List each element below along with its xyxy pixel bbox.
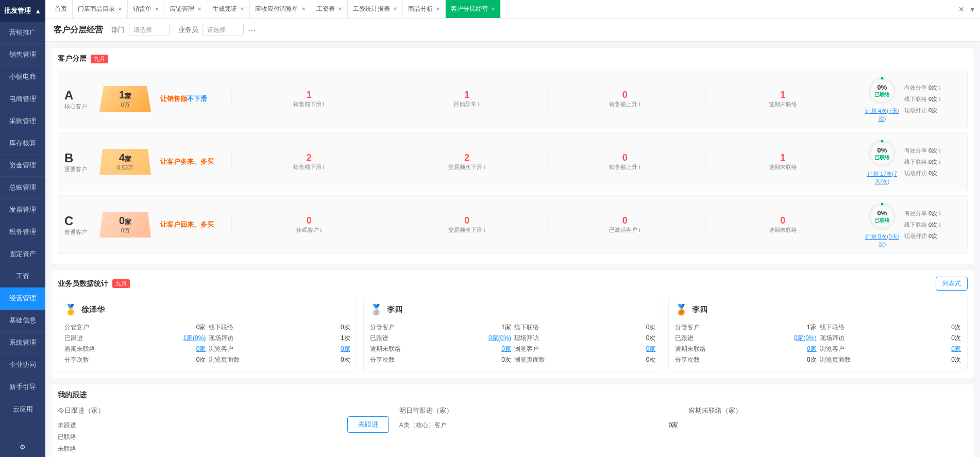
tab-ar-ap[interactable]: 应收应付调整单 ✕ — [250, 0, 311, 18]
info-icon[interactable]: ℹ — [483, 164, 485, 171]
info-icon[interactable]: ℹ — [939, 84, 941, 91]
today-row-2: 已联络 — [58, 431, 337, 443]
tier-c-stat-3: 0 已激活客户 ℹ — [547, 215, 702, 234]
sidebar-item-assets[interactable]: 固定资产 — [0, 243, 45, 265]
tier-c-extra: 有效分享 0次 ℹ 线下联络 0次 ℹ 现场拜访 0次 — [904, 208, 961, 242]
staff-2-stats: 分管客户 1家 已跟进 0家(0%) 逾期未联络 0家 — [370, 322, 656, 365]
sidebar-item-purchase[interactable]: 采购管理 — [0, 110, 45, 132]
staff-2-browse-link[interactable]: 0家 — [646, 345, 656, 352]
sidebar-item-sales[interactable]: 销售管理 — [0, 44, 45, 66]
more-options-icon[interactable]: ··· — [248, 25, 256, 36]
sidebar-header[interactable]: 批发管理 ▲ — [0, 0, 45, 22]
sidebar-item-ecom-small[interactable]: 小畅电商 — [0, 66, 45, 88]
tab-customer-tier[interactable]: 客户分层经营 ✕ — [446, 0, 501, 18]
info-icon[interactable]: ℹ — [939, 210, 941, 216]
staff-1-browse-link[interactable]: 0家 — [341, 345, 350, 352]
tab-close-icon[interactable]: ✕ — [301, 6, 306, 12]
tab-close-icon[interactable]: ✕ — [155, 6, 159, 12]
staff-2-stat-browse-cust: 浏览客户 0家 — [514, 344, 655, 354]
tab-close-icon[interactable]: ✕ — [393, 6, 397, 12]
staff-2-stat-browse-pages: 浏览页面数 0次 — [514, 354, 655, 365]
staff-2-stat-visit: 现场拜访 0次 — [514, 333, 655, 344]
tab-close-icon[interactable]: ✕ — [240, 6, 244, 12]
sidebar-item-salary[interactable]: 工资 — [0, 265, 45, 287]
info-icon[interactable]: ℹ — [323, 164, 325, 171]
staff-2-overdue-link[interactable]: 0家 — [501, 345, 511, 352]
staff-3-browse-link[interactable]: 0家 — [951, 345, 961, 352]
tab-close-active-icon[interactable]: ✕ — [491, 6, 495, 12]
staff-2-stat-managed: 分管客户 1家 — [370, 322, 511, 333]
tab-close-icon[interactable]: ✕ — [338, 6, 342, 12]
customer-tier-header: 客户分层 九月 — [58, 54, 968, 63]
info-icon[interactable]: ℹ — [483, 227, 485, 233]
tab-product-analysis[interactable]: 商品分析 ✕ — [403, 0, 446, 18]
sidebar-item-collab[interactable]: 企业协同 — [0, 354, 45, 376]
staff-1-stat-followed: 已跟进 1家(0%) — [64, 333, 206, 344]
info-icon[interactable]: ℹ — [939, 96, 941, 102]
tab-home[interactable]: 首页 — [49, 0, 73, 18]
tab-close-icon[interactable]: ✕ — [197, 6, 201, 12]
tier-c-stat-3-label: 已激活客户 ℹ — [552, 226, 698, 234]
tier-a-stat-2: 1 回购异常 ℹ — [390, 90, 545, 108]
tab-payroll-report[interactable]: 工资统计报表 ✕ — [348, 0, 403, 18]
tab-menu-icon[interactable]: ▼ — [969, 5, 976, 13]
sidebar-item-cloud[interactable]: 云应用 — [0, 398, 45, 420]
info-icon[interactable]: ℹ — [939, 159, 941, 165]
tier-a-extra: 有效分享 0次 ℹ 线下联络 0次 ℹ 现场拜访 0次 — [904, 82, 961, 116]
sidebar-item-marketing[interactable]: 营销推广 — [0, 22, 45, 44]
sidebar-item-tax[interactable]: 税务管理 — [0, 221, 45, 243]
info-icon[interactable]: ℹ — [939, 147, 941, 154]
goto-followup-button[interactable]: 去跟进 — [347, 416, 389, 433]
staff-1-name: 徐泽华 — [81, 305, 105, 315]
staff-1-left-stats: 分管客户 0家 已跟进 1家(0%) 逾期未联络 0家 — [64, 322, 206, 365]
info-icon[interactable]: ℹ — [320, 227, 322, 233]
tier-b-circle: 0% 已联络 计划 17次(7天/次) — [864, 138, 900, 185]
sidebar-item-inventory[interactable]: 库存核算 — [0, 132, 45, 155]
list-view-button[interactable]: 列表式 — [936, 277, 968, 291]
tier-b-stat-2-label: 交易频次下滑 ℹ — [394, 163, 540, 171]
content-area: 客户分层经营 部门 请选择 业务员 请选择 ··· 客户分层 九月 — [45, 19, 980, 457]
tab-close-icon[interactable]: ✕ — [436, 6, 440, 12]
tier-c-circle-text: 0% 已联络 — [874, 209, 890, 224]
staff-1-followed-link[interactable]: 1家(0%) — [183, 334, 206, 342]
sidebar-item-invoice[interactable]: 发票管理 — [0, 199, 45, 221]
main-area: 首页 门店商品目录 ✕ 销货单 ✕ 店铺管理 ✕ 生成凭证 ✕ 应收应付调整单 … — [45, 0, 980, 457]
tab-sales-order[interactable]: 销货单 ✕ — [128, 0, 164, 18]
staff-1-overdue-link[interactable]: 0家 — [196, 345, 206, 352]
sidebar-item-guide[interactable]: 新手引导 — [0, 376, 45, 398]
info-icon[interactable]: ℹ — [638, 101, 640, 108]
sidebar-item-ecom[interactable]: 电商管理 — [0, 88, 45, 110]
info-icon[interactable]: ℹ — [478, 101, 480, 108]
staff-3-overdue-link[interactable]: 0家 — [807, 345, 817, 352]
sidebar-item-ledger[interactable]: 总账管理 — [0, 177, 45, 199]
tab-store-products[interactable]: 门店商品目录 ✕ — [73, 0, 128, 18]
sidebar-item-basic[interactable]: 基础信息 — [0, 310, 45, 332]
dept-select[interactable]: 请选择 — [129, 24, 170, 36]
tab-close-icon[interactable]: ✕ — [118, 6, 122, 12]
tab-close-all-icon[interactable]: ✕ — [958, 5, 965, 13]
info-icon[interactable]: ℹ — [638, 164, 640, 171]
info-icon[interactable]: ℹ — [323, 101, 325, 108]
staff-3-stat-overdue: 逾期未联络 0家 — [675, 344, 816, 354]
staff-3-followed-link[interactable]: 0家(0%) — [794, 334, 817, 342]
tier-a-count: 1家 0万 — [99, 86, 156, 112]
staff-2-stat-followed: 已跟进 0家(0%) — [370, 333, 511, 344]
info-icon[interactable]: ℹ — [638, 227, 640, 233]
tab-store-mgmt[interactable]: 店铺管理 ✕ — [164, 0, 207, 18]
sidebar-collapse-icon[interactable]: ▲ — [35, 7, 41, 15]
tab-payroll[interactable]: 工资表 ✕ — [311, 0, 348, 18]
followup-grid: 今日跟进（家） 未跟进 已联络 未联络 — [58, 406, 968, 455]
sidebar-item-finance[interactable]: 资金管理 — [0, 155, 45, 177]
settings-button[interactable]: ⚙ — [0, 437, 45, 457]
staff-select[interactable]: 请选择 — [202, 24, 244, 36]
staff-2-followed-link[interactable]: 0家(0%) — [488, 334, 511, 342]
sidebar-item-system[interactable]: 系统管理 — [0, 332, 45, 354]
sidebar-item-operations[interactable]: 经营管理 — [0, 287, 45, 310]
tier-c-count: 0家 0万 — [99, 212, 156, 238]
overdue-followup-col: 逾期未联络（家） — [688, 406, 968, 419]
staff-1-medal: 🥇 — [64, 303, 77, 316]
tab-voucher[interactable]: 生成凭证 ✕ — [207, 0, 250, 18]
tier-c-stat-4-label: 逾期未联络 — [710, 226, 856, 234]
tier-a-stat-4-label: 逾期未联络 — [710, 100, 856, 108]
info-icon[interactable]: ℹ — [939, 222, 941, 228]
